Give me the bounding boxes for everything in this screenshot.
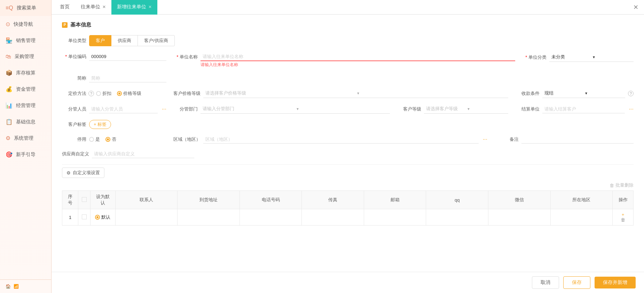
remark-label: 备注 [494,136,519,143]
sidebar-item-guide[interactable]: 🎯 新手引导 [0,146,51,163]
settlement-unit-input[interactable] [542,105,625,113]
header-checkbox[interactable] [82,197,87,202]
payment-terms-select[interactable]: 现结 ▼ [542,89,625,98]
system-icon: ⚙ [6,135,10,141]
supplier-custom-label: 供应商自定义 [62,151,89,157]
cell-address[interactable] [178,209,240,226]
qq-input[interactable] [430,215,485,220]
unit-btn-supplier[interactable]: 供应商 [111,35,138,46]
email-input[interactable] [368,215,423,220]
unit-type-field: 单位类型 客户 供应商 客户/供应商 [62,35,634,46]
tab-new-partner-close[interactable]: ✕ [148,5,152,9]
department-arrow-icon: ▼ [296,107,388,111]
price-level-arrow-icon: ▼ [356,91,506,95]
contact-input[interactable] [119,215,174,220]
department-select[interactable]: 请输入分管部门 ▼ [201,104,390,114]
fax-input[interactable] [305,215,360,220]
footer: 取消 保存 保存并新增 [52,272,644,293]
radio-price-level[interactable]: 价格等级 [117,90,141,97]
manager-input[interactable] [89,105,158,113]
delete-row-icon[interactable]: 🗑 [621,217,625,222]
customer-level-select[interactable]: 请选择客户等级 ▼ [424,104,508,114]
short-name-field: 简称 [62,74,166,82]
unit-btn-both[interactable]: 客户/供应商 [138,35,175,46]
sidebar-item-label: 快捷导航 [14,21,33,27]
row-region-input[interactable] [554,215,609,220]
unit-category-value: 未分类 [551,54,591,60]
sidebar-bottom: 🏠 📶 [0,279,51,293]
tab-new-partner[interactable]: 新增往来单位 ✕ [111,0,157,15]
unit-code-field: 单位编码 [62,52,166,61]
form-content: P 基本信息 单位类型 客户 供应商 客户/供应商 单位编码 单位名称 [52,15,644,272]
sidebar-item-sales[interactable]: 🏪 销售管理 [0,32,51,49]
cancel-button[interactable]: 取消 [532,276,559,289]
radio-yes[interactable]: 是 [89,136,100,143]
sidebar-item-finance[interactable]: 💰 资金管理 [0,81,51,97]
tab-partner-close[interactable]: ✕ [102,5,106,9]
cell-phone[interactable] [239,209,302,226]
unit-category-select[interactable]: 未分类 ▼ [549,52,634,62]
sidebar-item-inventory[interactable]: 📦 库存核算 [0,65,51,81]
th-address: 到货地址 [178,191,240,209]
unit-category-field: 单位分类 未分类 ▼ [522,52,634,62]
cell-region[interactable] [550,209,613,226]
cell-email[interactable] [364,209,426,226]
sidebar-item-search[interactable]: ≡Q 搜索菜单 [0,0,51,16]
wechat-input[interactable] [492,215,547,220]
customer-price-level-select[interactable]: 请选择客户价格等级 ▼ [203,89,508,98]
sidebar-item-system[interactable]: ⚙ 系统管理 [0,130,51,146]
sidebar-item-label: 采购管理 [15,54,34,60]
tab-home[interactable]: 首页 [54,0,75,15]
inventory-icon: 📦 [6,70,13,76]
sidebar-item-purchase[interactable]: 🛍 采购管理 [0,49,51,65]
short-name-input[interactable] [89,74,166,82]
cell-wechat[interactable] [488,209,550,226]
settlement-more-icon[interactable]: ··· [629,106,634,112]
sidebar-item-quick-nav[interactable]: ⊙ 快捷导航 [0,16,51,32]
default-label: 默认 [101,214,110,220]
unit-code-input[interactable] [89,52,166,61]
sidebar-item-operations[interactable]: 📊 经营管理 [0,97,51,114]
save-new-button[interactable]: 保存并新增 [595,277,636,288]
save-button[interactable]: 保存 [563,276,590,289]
tab-partner[interactable]: 往来单位 ✕ [75,0,111,15]
customer-level-placeholder: 请选择客户等级 [426,106,465,112]
payment-terms-help-icon[interactable]: ? [628,91,634,96]
disabled-field: 停用 是 否 [62,136,166,143]
cell-default: 默认 [91,209,116,226]
supplier-custom-row: 供应商自定义 [62,150,634,158]
pricing-help-icon[interactable]: ? [88,91,94,96]
sidebar-item-basic-info[interactable]: 📋 基础信息 [0,114,51,130]
sidebar-item-label: 销售管理 [16,38,36,44]
batch-delete-label[interactable]: 批量删除 [615,182,634,188]
address-input[interactable] [181,215,236,220]
unit-type-row: 单位类型 客户 供应商 客户/供应商 [62,35,634,46]
supplier-custom-input[interactable] [92,150,194,158]
cell-qq[interactable] [426,209,488,226]
tab-new-partner-label: 新增往来单位 [117,4,146,10]
cell-fax[interactable] [302,209,364,226]
unit-name-input[interactable] [201,52,515,61]
radio-no[interactable]: 否 [105,136,116,143]
unit-code-row: 单位编码 单位名称 请输入往来单位名称 单位分类 未分类 ▼ [62,52,634,68]
customer-price-level-field: 客户价格等级 请选择客户价格等级 ▼ [173,89,508,98]
region-input[interactable] [203,135,479,144]
manager-more-icon[interactable]: ··· [162,106,166,112]
table-row: 1 默认 [62,209,634,226]
cell-contact[interactable] [115,209,178,226]
guide-icon: 🎯 [6,151,13,158]
default-radio[interactable] [95,215,100,220]
window-close-button[interactable]: ✕ [630,3,641,11]
add-row-icon[interactable]: + [622,212,625,217]
radio-discount[interactable]: 折扣 [96,90,111,97]
region-more-icon[interactable]: ··· [483,136,487,143]
row-checkbox[interactable] [82,214,87,219]
unit-btn-customer[interactable]: 客户 [89,35,111,46]
unit-name-field: 单位名称 [173,52,515,61]
phone-input[interactable] [243,215,298,220]
radio-yes-circle [89,137,94,142]
remark-input[interactable] [521,135,634,144]
add-tag-button[interactable]: + 标签 [89,120,111,129]
cell-action: + 🗑 [613,209,634,226]
custom-settings-button[interactable]: ⚙ 自定义项设置 [62,168,104,178]
